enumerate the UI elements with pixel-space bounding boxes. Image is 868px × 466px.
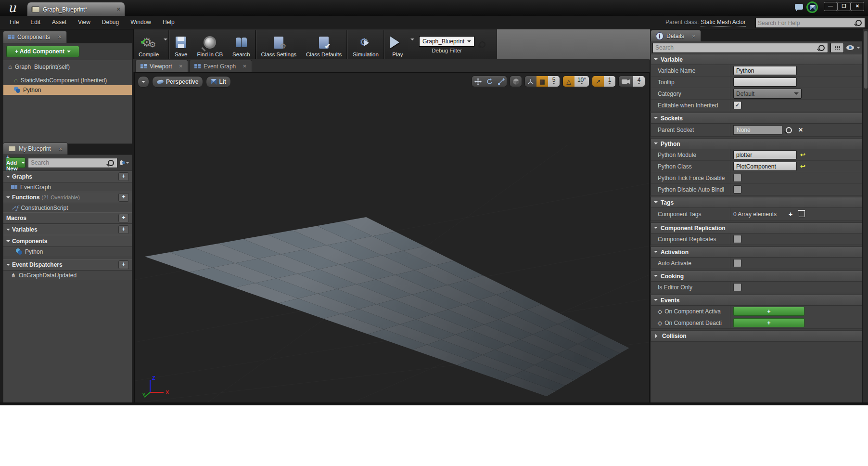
component-replicates-checkbox[interactable] [733, 235, 741, 243]
python-disable-auto-binding-checkbox[interactable] [733, 185, 741, 194]
translate-tool-button[interactable] [472, 76, 484, 87]
scale-snap-value-dropdown[interactable]: 1 [604, 76, 615, 87]
tutorial-cube-icon[interactable] [806, 1, 818, 13]
details-search-input[interactable] [653, 44, 818, 51]
add-on-component-activated-event-button[interactable]: + [733, 307, 804, 316]
section-functions[interactable]: Functions (21 Overridable) + [3, 192, 132, 203]
compile-button[interactable]: ⚙⚙ Compile [134, 29, 164, 60]
chevron-down-icon[interactable] [126, 162, 129, 166]
my-blueprint-panel-tab[interactable]: My Blueprint ✕ [3, 142, 68, 155]
rotation-snap-toggle[interactable]: △ [563, 76, 574, 87]
rotation-snap-value-dropdown[interactable]: 10° [574, 76, 589, 87]
find-in-content-browser-button[interactable]: Find in CB [192, 29, 228, 60]
help-search-input[interactable] [756, 20, 855, 26]
camera-speed-button[interactable] [619, 76, 633, 87]
socket-search-icon[interactable] [786, 127, 792, 133]
tree-item-python[interactable]: Python [3, 85, 132, 95]
tab-close-icon[interactable]: ✕ [179, 64, 182, 69]
menu-help[interactable]: Help [157, 16, 180, 29]
add-graph-button[interactable]: + [118, 172, 129, 181]
details-scrollbar[interactable] [863, 29, 868, 405]
maximize-button[interactable]: ❐ [837, 2, 851, 11]
minimize-button[interactable]: — [824, 2, 837, 11]
add-macro-button[interactable]: + [118, 214, 129, 222]
menu-asset[interactable]: Asset [46, 16, 72, 29]
rotate-tool-button[interactable] [484, 76, 495, 87]
trash-icon[interactable] [799, 211, 805, 217]
class-defaults-button[interactable]: ✔ Class Defaults [301, 29, 346, 60]
scale-snap-toggle[interactable]: ↗ [592, 76, 604, 87]
panel-close-icon[interactable]: ✕ [59, 146, 63, 152]
tab-close-icon[interactable]: ✕ [243, 64, 246, 69]
class-settings-button[interactable]: ⚙ Class Settings [256, 29, 302, 60]
chevron-down-icon[interactable] [856, 47, 860, 51]
list-item-eventgraph[interactable]: EventGraph [3, 182, 132, 192]
components-panel-tab[interactable]: Components ✕ [3, 31, 67, 43]
section-header[interactable]: Python [651, 139, 862, 149]
menu-debug[interactable]: Debug [96, 16, 125, 29]
play-button[interactable]: Play [385, 29, 410, 60]
my-blueprint-search-box[interactable] [28, 158, 117, 168]
add-function-button[interactable]: + [118, 193, 129, 202]
tab-event-graph[interactable]: Event Graph ✕ [189, 60, 252, 72]
scale-tool-button[interactable] [495, 76, 507, 87]
lit-mode-button[interactable]: Lit [206, 76, 231, 88]
tab-close-icon[interactable]: ✕ [116, 6, 121, 13]
menu-window[interactable]: Window [125, 16, 157, 29]
simulation-button[interactable]: ⚙ Simulation [348, 29, 383, 60]
section-header[interactable]: Tags [651, 197, 862, 208]
section-header[interactable]: Events [651, 295, 862, 306]
section-header[interactable]: Component Replication [651, 223, 862, 233]
auto-activate-checkbox[interactable] [733, 259, 741, 267]
world-local-space-button[interactable] [525, 76, 536, 87]
section-header[interactable]: Variable [651, 54, 862, 65]
grid-snap-value-dropdown[interactable]: 5 [548, 76, 560, 87]
list-item-ongraphdataupdated[interactable]: ⋔ OnGraphDataUpdated [3, 271, 132, 280]
list-item-constructionscript[interactable]: ↗ƒ ConstructionScript [3, 203, 132, 212]
details-search-box[interactable] [652, 43, 828, 53]
play-options-caret[interactable] [410, 39, 414, 42]
add-array-element-button[interactable]: + [789, 210, 792, 218]
add-variable-button[interactable]: + [118, 225, 129, 234]
tree-item-blueprint-self[interactable]: ⌂ Graph_Blueprint(self) [3, 62, 132, 72]
parent-socket-value[interactable]: None [733, 125, 782, 135]
section-header[interactable]: Activation [651, 247, 862, 258]
visibility-filter-eye-icon[interactable] [120, 160, 123, 165]
close-button[interactable]: ✕ [851, 2, 864, 11]
section-event-dispatchers[interactable]: Event Dispatchers + [3, 259, 132, 271]
variable-name-input[interactable] [733, 66, 797, 75]
scrollbar-thumb[interactable] [864, 31, 868, 89]
viewport-canvas[interactable]: Perspective Lit [134, 72, 650, 403]
section-header[interactable]: Sockets [651, 113, 862, 124]
perspective-button[interactable]: Perspective [152, 76, 203, 88]
list-item-python-variable[interactable]: Python [3, 247, 132, 256]
panel-close-icon[interactable]: ✕ [58, 34, 62, 39]
details-panel-tab[interactable]: i Details ✕ [651, 30, 701, 42]
debug-search-icon[interactable] [479, 41, 485, 48]
property-matrix-button[interactable] [830, 43, 844, 53]
section-header[interactable]: Collision [651, 331, 862, 341]
menu-edit[interactable]: Edit [25, 16, 46, 29]
document-tab-graph-blueprint[interactable]: Graph_Blueprint* ✕ [27, 2, 125, 16]
feedback-bubble-icon[interactable] [795, 4, 803, 10]
my-blueprint-search-input[interactable] [28, 159, 108, 166]
menu-view[interactable]: View [72, 16, 96, 29]
python-tick-force-disable-checkbox[interactable] [733, 174, 741, 182]
surface-snapping-button[interactable] [510, 76, 522, 87]
debug-object-dropdown[interactable]: Graph_Blueprint [419, 36, 474, 47]
viewport-options-button[interactable] [138, 76, 149, 88]
python-module-input[interactable] [733, 150, 797, 159]
editable-when-inherited-checkbox[interactable]: ✔ [733, 101, 741, 109]
section-header[interactable]: Cooking [651, 271, 862, 282]
save-button[interactable]: Save [170, 29, 192, 60]
tree-item-staticmesh[interactable]: ⌂ StaticMeshComponent (Inherited) [3, 76, 132, 85]
grid-snap-toggle[interactable]: ▦ [536, 76, 548, 87]
section-macros[interactable]: Macros + [3, 212, 132, 224]
help-search-box[interactable] [755, 18, 865, 28]
tab-viewport[interactable]: Viewport ✕ [135, 60, 188, 72]
panel-close-icon[interactable]: ✕ [692, 34, 696, 39]
compile-options-caret[interactable] [164, 39, 167, 42]
menu-file[interactable]: File [4, 16, 25, 29]
view-options-eye-icon[interactable] [846, 45, 854, 50]
section-variables[interactable]: Variables + [3, 224, 132, 235]
